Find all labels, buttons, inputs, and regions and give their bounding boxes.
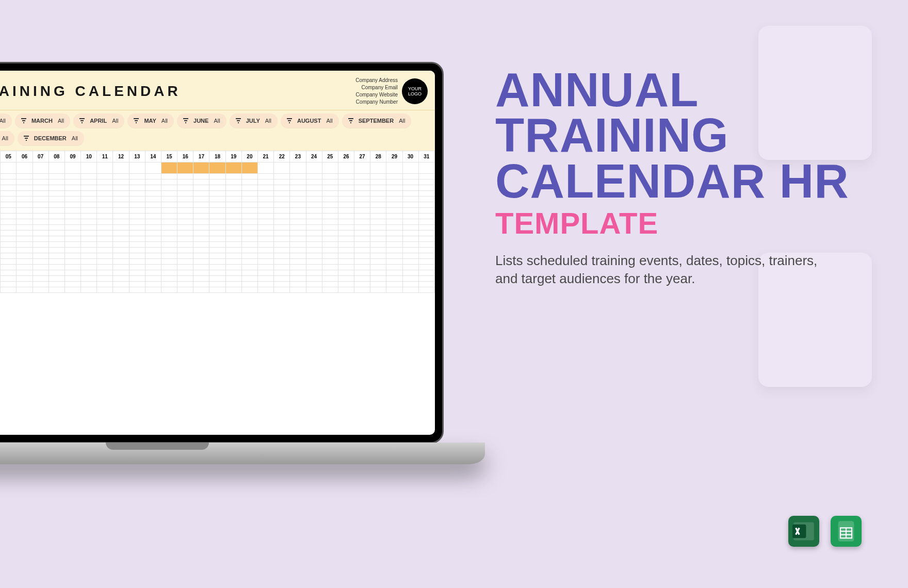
- cell-day[interactable]: [1, 185, 17, 191]
- cell-day[interactable]: [1, 191, 17, 197]
- cell-day[interactable]: [177, 248, 193, 253]
- cell-day[interactable]: [17, 162, 33, 174]
- cell-day[interactable]: [177, 214, 193, 219]
- cell-day[interactable]: [81, 248, 97, 253]
- cell-day[interactable]: [145, 231, 161, 236]
- cell-day[interactable]: [402, 287, 418, 293]
- cell-day[interactable]: [241, 236, 257, 242]
- cell-day[interactable]: [354, 231, 370, 236]
- cell-day[interactable]: [113, 174, 129, 179]
- cell-day[interactable]: [209, 282, 225, 287]
- cell-day[interactable]: [64, 214, 80, 219]
- cell-day[interactable]: [290, 185, 306, 191]
- cell-day[interactable]: [193, 225, 209, 231]
- cell-day[interactable]: [386, 179, 402, 185]
- cell-day[interactable]: [145, 214, 161, 219]
- cell-day[interactable]: [306, 185, 322, 191]
- cell-day[interactable]: [338, 179, 354, 185]
- cell-day[interactable]: [418, 253, 434, 259]
- cell-day[interactable]: [17, 197, 33, 202]
- cell-day[interactable]: [209, 265, 225, 270]
- cell-day[interactable]: [1, 162, 17, 174]
- cell-day[interactable]: [402, 242, 418, 248]
- cell-day[interactable]: [17, 208, 33, 214]
- cell-day[interactable]: [145, 282, 161, 287]
- cell-day[interactable]: [48, 219, 64, 225]
- cell-day[interactable]: [17, 185, 33, 191]
- cell-day[interactable]: [258, 259, 274, 265]
- cell-day[interactable]: [1, 208, 17, 214]
- cell-day[interactable]: [193, 287, 209, 293]
- cell-day[interactable]: [17, 214, 33, 219]
- cell-day[interactable]: [129, 270, 145, 276]
- cell-day[interactable]: [129, 231, 145, 236]
- cell-day[interactable]: [322, 259, 338, 265]
- cell-day[interactable]: [17, 236, 33, 242]
- cell-day[interactable]: [274, 202, 290, 208]
- cell-day[interactable]: [193, 162, 209, 174]
- cell-day[interactable]: [290, 174, 306, 179]
- cell-day[interactable]: [274, 208, 290, 214]
- cell-day[interactable]: [322, 219, 338, 225]
- cell-day[interactable]: [33, 191, 48, 197]
- cell-day[interactable]: [97, 174, 113, 179]
- cell-day[interactable]: [81, 236, 97, 242]
- cell-day[interactable]: [241, 179, 257, 185]
- cell-day[interactable]: [386, 219, 402, 225]
- cell-day[interactable]: [402, 248, 418, 253]
- cell-day[interactable]: [290, 276, 306, 282]
- cell-day[interactable]: [48, 208, 64, 214]
- cell-day[interactable]: [33, 253, 48, 259]
- cell-day[interactable]: [290, 270, 306, 276]
- cell-day[interactable]: [322, 270, 338, 276]
- cell-day[interactable]: [418, 231, 434, 236]
- cell-day[interactable]: [258, 191, 274, 197]
- cell-day[interactable]: [177, 174, 193, 179]
- cell-day[interactable]: [370, 270, 386, 276]
- cell-day[interactable]: [370, 179, 386, 185]
- cell-day[interactable]: [322, 265, 338, 270]
- cell-day[interactable]: [225, 259, 241, 265]
- cell-day[interactable]: [354, 174, 370, 179]
- cell-day[interactable]: [225, 225, 241, 231]
- cell-day[interactable]: [354, 282, 370, 287]
- cell-day[interactable]: [354, 276, 370, 282]
- cell-day[interactable]: [81, 282, 97, 287]
- cell-day[interactable]: [17, 265, 33, 270]
- cell-day[interactable]: [177, 265, 193, 270]
- cell-day[interactable]: [48, 185, 64, 191]
- cell-day[interactable]: [258, 197, 274, 202]
- cell-day[interactable]: [370, 225, 386, 231]
- cell-day[interactable]: [33, 276, 48, 282]
- cell-day[interactable]: [258, 253, 274, 259]
- cell-day[interactable]: [1, 214, 17, 219]
- cell-day[interactable]: [274, 231, 290, 236]
- cell-day[interactable]: [402, 185, 418, 191]
- cell-day[interactable]: [241, 253, 257, 259]
- cell-day[interactable]: [48, 236, 64, 242]
- cell-day[interactable]: [258, 185, 274, 191]
- cell-day[interactable]: [338, 259, 354, 265]
- cell-day[interactable]: [258, 231, 274, 236]
- cell-day[interactable]: [354, 225, 370, 231]
- cell-day[interactable]: [33, 179, 48, 185]
- cell-day[interactable]: [290, 282, 306, 287]
- cell-day[interactable]: [48, 259, 64, 265]
- cell-day[interactable]: [338, 231, 354, 236]
- cell-day[interactable]: [322, 197, 338, 202]
- cell-day[interactable]: [225, 208, 241, 214]
- cell-day[interactable]: [386, 253, 402, 259]
- cell-day[interactable]: [338, 174, 354, 179]
- cell-day[interactable]: [64, 191, 80, 197]
- cell-day[interactable]: [177, 179, 193, 185]
- cell-day[interactable]: [370, 276, 386, 282]
- cell-day[interactable]: [177, 259, 193, 265]
- cell-day[interactable]: [97, 179, 113, 185]
- cell-day[interactable]: [145, 174, 161, 179]
- cell-day[interactable]: [306, 242, 322, 248]
- cell-day[interactable]: [81, 219, 97, 225]
- cell-day[interactable]: [418, 236, 434, 242]
- cell-day[interactable]: [129, 236, 145, 242]
- cell-day[interactable]: [370, 265, 386, 270]
- cell-day[interactable]: [129, 191, 145, 197]
